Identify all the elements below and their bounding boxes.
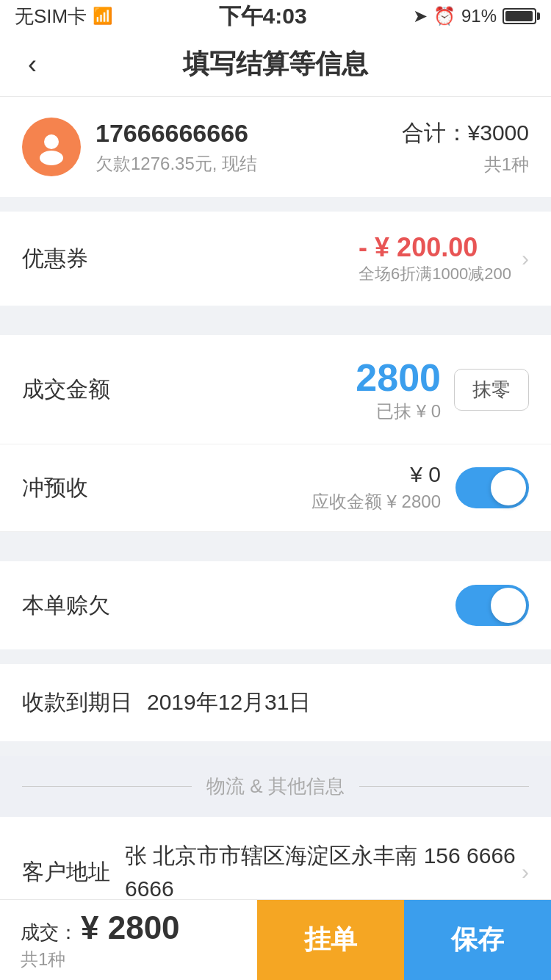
svg-point-1 <box>40 151 63 165</box>
bottom-count: 共1种 <box>21 948 237 971</box>
debt-label: 本单赊欠 <box>22 591 110 621</box>
bottom-bar: 成交： ¥ 2800 共1种 挂单 保存 <box>0 899 551 980</box>
nav-bar: ‹ 填写结算等信息 <box>0 32 551 97</box>
status-bar: 无SIM卡 📶 下午4:03 ➤ ⏰ 91% <box>0 0 551 32</box>
precharge-right-area: ¥ 0 应收金额 ¥ 2800 <box>311 462 529 514</box>
customer-total: 合计：¥3000 <box>402 118 529 148</box>
address-label: 客户地址 <box>22 857 110 887</box>
logistics-label: 物流 & 其他信息 <box>206 774 345 799</box>
wifi-icon: 📶 <box>93 7 112 26</box>
customer-info: 17666666666 欠款1276.35元, 现结 <box>96 119 257 176</box>
precharge-toggle[interactable] <box>455 467 529 508</box>
status-left: 无SIM卡 📶 <box>15 4 112 29</box>
alarm-icon: ⏰ <box>433 6 455 26</box>
battery-icon <box>503 8 536 24</box>
battery-text: 91% <box>461 6 497 26</box>
coupon-desc: 全场6折满1000减200 <box>359 263 511 285</box>
divider-line-left <box>22 786 192 787</box>
debt-toggle-knob <box>491 588 526 623</box>
precharge-sub: 应收金额 ¥ 2800 <box>311 490 441 514</box>
transaction-amount-sub: 已抹 ¥ 0 <box>356 400 441 423</box>
section-separator-2 <box>0 532 551 547</box>
due-date-value: 2019年12月31日 <box>147 688 311 718</box>
customer-left: 17666666666 欠款1276.35元, 现结 <box>22 118 257 176</box>
coupon-label: 优惠券 <box>22 244 88 274</box>
customer-count: 共1种 <box>402 153 529 176</box>
coupon-right: - ¥ 200.00 全场6折满1000减200 › <box>359 232 529 285</box>
chevron-right-icon: › <box>522 246 529 271</box>
debt-section: 本单赊欠 <box>0 561 551 649</box>
bottom-total-amount: ¥ 2800 <box>81 909 180 946</box>
location-icon: ➤ <box>413 6 428 26</box>
avatar <box>22 118 81 176</box>
transaction-row: 成交金额 2800 已抹 ¥ 0 抹零 <box>0 335 551 444</box>
pending-button[interactable]: 挂单 <box>257 900 404 981</box>
transaction-amount: 2800 <box>356 356 441 400</box>
precharge-right: ¥ 0 应收金额 ¥ 2800 <box>311 462 441 514</box>
logistics-divider: 物流 & 其他信息 <box>0 756 551 817</box>
section-separator <box>0 320 551 335</box>
customer-right: 合计：¥3000 共1种 <box>402 118 529 176</box>
carrier-text: 无SIM卡 <box>15 4 87 29</box>
customer-card: 17666666666 欠款1276.35元, 现结 合计：¥3000 共1种 <box>0 97 551 197</box>
page-title: 填写结算等信息 <box>183 46 368 82</box>
customer-phone: 17666666666 <box>96 119 257 148</box>
precharge-amount: ¥ 0 <box>311 462 441 487</box>
transaction-section: 成交金额 2800 已抹 ¥ 0 抹零 冲预收 ¥ 0 应收金额 ¥ 2800 <box>0 335 551 532</box>
address-value: 张 北京市市辖区海淀区永丰南 156 6666 6666 <box>125 839 522 905</box>
svg-point-0 <box>44 134 59 149</box>
coupon-discount: - ¥ 200.00 <box>359 232 511 263</box>
precharge-row: 冲预收 ¥ 0 应收金额 ¥ 2800 <box>0 444 551 532</box>
divider-line-right <box>359 786 529 787</box>
customer-debt: 欠款1276.35元, 现结 <box>96 152 257 176</box>
precharge-label: 冲预收 <box>22 473 88 503</box>
status-time: 下午4:03 <box>219 1 307 32</box>
debt-toggle[interactable] <box>455 585 529 626</box>
bottom-total-prefix: 成交： <box>21 920 78 945</box>
back-button[interactable]: ‹ <box>21 42 44 87</box>
status-right: ➤ ⏰ 91% <box>413 6 536 26</box>
due-date-section: 收款到期日 2019年12月31日 <box>0 664 551 741</box>
toggle-knob <box>491 470 526 505</box>
transaction-label: 成交金额 <box>22 375 110 405</box>
coupon-row[interactable]: 优惠券 - ¥ 200.00 全场6折满1000减200 › <box>0 212 551 306</box>
due-date-label: 收款到期日 <box>22 688 132 718</box>
round-button[interactable]: 抹零 <box>454 369 529 411</box>
bottom-summary: 成交： ¥ 2800 共1种 <box>0 909 257 971</box>
content: 17666666666 欠款1276.35元, 现结 合计：¥3000 共1种 … <box>0 97 551 980</box>
save-button[interactable]: 保存 <box>404 900 551 981</box>
transaction-right-col: 2800 已抹 ¥ 0 <box>356 356 441 423</box>
transaction-value-area: 2800 已抹 ¥ 0 抹零 <box>356 356 529 423</box>
address-chevron-icon: › <box>522 860 529 884</box>
